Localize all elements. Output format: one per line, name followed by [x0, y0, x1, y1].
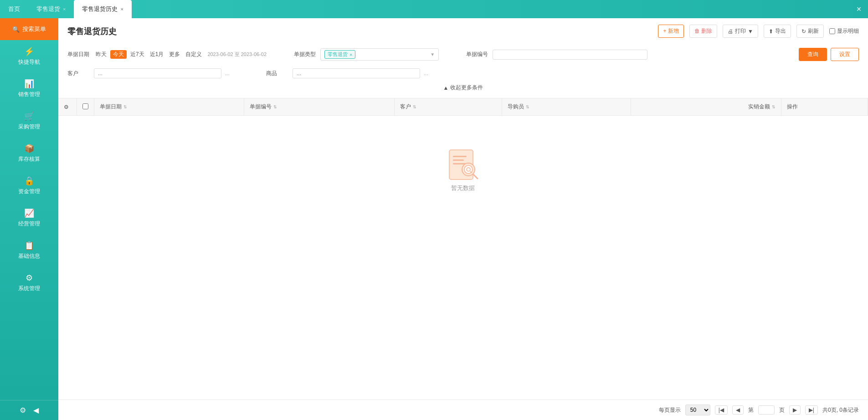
sort-guide-icon: ⇅	[526, 105, 529, 109]
table-area: ⚙ 单据日期 ⇅	[58, 98, 868, 400]
show-detail-checkbox[interactable]	[829, 28, 835, 34]
sidebar-item-label: 基础信息	[18, 252, 40, 260]
sidebar-search-button[interactable]: 🔍 搜索菜单	[0, 18, 58, 40]
th-guide[interactable]: 导购员 ⇅	[502, 98, 631, 116]
page-title: 零售退货历史	[67, 26, 117, 37]
customer-input[interactable]	[94, 68, 221, 78]
sidebar: 🔍 搜索菜单 ⚡ 快捷导航 📊 销售管理 🛒 采购管理 📦 库存核算 🔒 资金管…	[0, 18, 58, 420]
svg-rect-2	[453, 159, 464, 161]
column-settings-icon[interactable]: ⚙	[64, 104, 69, 110]
basic-info-icon: 📋	[24, 241, 34, 251]
date-btn-7days[interactable]: 近7天	[128, 50, 146, 59]
tab-retail-return-label: 零售退货	[36, 5, 60, 13]
page-first-button[interactable]: |◀	[715, 405, 728, 415]
page-number-input[interactable]: 1	[758, 405, 775, 415]
page-header: 零售退货历史 + 新增 🗑 删除 🖨 打印 ▼ ⬆ 导出 ↻	[58, 18, 868, 98]
collapse-filter-label: 收起更多条件	[450, 84, 483, 92]
export-label: 导出	[775, 27, 786, 35]
quick-nav-icon: ⚡	[24, 46, 34, 56]
doc-number-input[interactable]	[493, 50, 647, 60]
toolbar: + 新增 🗑 删除 🖨 打印 ▼ ⬆ 导出 ↻ 刷新	[658, 25, 859, 38]
goods-more-icon[interactable]: ...	[424, 70, 428, 77]
content-body: ⚙ 单据日期 ⇅	[58, 98, 868, 420]
print-button[interactable]: 🖨 打印 ▼	[723, 25, 758, 38]
date-btn-more[interactable]: 更多	[167, 50, 182, 59]
date-btn-custom[interactable]: 自定义	[184, 50, 204, 59]
svg-rect-3	[453, 163, 466, 164]
sidebar-item-system-mgmt[interactable]: ⚙ 系统管理	[0, 266, 58, 299]
page-next-button[interactable]: ▶	[789, 405, 801, 415]
filter-row-2: 客户 ... 商品 ...	[67, 65, 859, 82]
svg-line-6	[473, 174, 478, 179]
select-all-checkbox[interactable]	[82, 103, 88, 109]
sidebar-item-purchase-mgmt[interactable]: 🛒 采购管理	[0, 105, 58, 137]
date-btn-1month[interactable]: 近1月	[148, 50, 166, 59]
action-buttons: 查询 设置	[799, 48, 859, 61]
collapse-sidebar-btn[interactable]: ◀	[33, 406, 39, 415]
th-doc-date-label: 单据日期	[100, 103, 122, 111]
show-detail-label: 显示明细	[837, 27, 859, 35]
doc-type-filter: 单据类型 零售退货 × ▼	[294, 48, 439, 61]
doc-type-tag-close[interactable]: ×	[349, 52, 352, 57]
sidebar-item-finance[interactable]: 🔒 资金管理	[0, 169, 58, 202]
doc-number-filter: 单据编号	[466, 50, 647, 60]
print-label: 打印	[735, 27, 746, 35]
th-amount[interactable]: 实销金额 ⇅	[631, 98, 781, 116]
sidebar-item-operations[interactable]: 📈 经营管理	[0, 202, 58, 234]
sidebar-item-basic-info[interactable]: 📋 基础信息	[0, 234, 58, 266]
th-settings[interactable]: ⚙	[58, 98, 77, 116]
window-close-button[interactable]: ×	[850, 0, 868, 18]
settings-bottom-btn[interactable]: ⚙	[20, 406, 26, 415]
sort-doc-number-icon: ⇅	[273, 105, 277, 109]
th-doc-number[interactable]: 单据编号 ⇅	[244, 98, 395, 116]
sidebar-item-label: 经营管理	[18, 220, 40, 228]
page-label: 第	[748, 406, 754, 414]
refresh-button[interactable]: ↻ 刷新	[796, 25, 824, 38]
print-icon: 🖨	[728, 28, 733, 35]
operations-icon: 📈	[24, 208, 34, 218]
tab-home[interactable]: 首页	[0, 0, 28, 18]
show-detail-check[interactable]: 显示明细	[829, 27, 859, 35]
date-btn-yesterday[interactable]: 昨天	[94, 50, 108, 59]
customer-more-icon[interactable]: ...	[225, 70, 230, 77]
refresh-icon: ↻	[801, 28, 806, 35]
tab-retail-return[interactable]: 零售退货 ×	[28, 0, 74, 18]
tab-home-label: 首页	[8, 5, 20, 13]
sidebar-item-quick-nav[interactable]: ⚡ 快捷导航	[0, 40, 58, 72]
search-icon: 🔍	[12, 26, 20, 33]
per-page-select[interactable]: 50 10 20 100	[685, 405, 710, 415]
filter-settings-button[interactable]: 设置	[831, 48, 859, 61]
sidebar-item-inventory[interactable]: 📦 库存核算	[0, 137, 58, 169]
export-button[interactable]: ⬆ 导出	[764, 25, 791, 38]
sidebar-item-sales-mgmt[interactable]: 📊 销售管理	[0, 72, 58, 105]
collapse-filter-button[interactable]: ▲ 收起更多条件	[443, 84, 483, 92]
date-btn-today[interactable]: 今天	[110, 50, 127, 59]
total-label: 共0页, 0条记录	[822, 406, 859, 414]
tab-retail-return-history[interactable]: 零售退货历史 ×	[74, 0, 131, 18]
sidebar-bottom: ⚙ ◀	[0, 400, 58, 420]
th-amount-label: 实销金额	[748, 103, 770, 111]
th-checkbox[interactable]	[77, 98, 94, 116]
sales-icon: 📊	[24, 79, 34, 89]
th-doc-date[interactable]: 单据日期 ⇅	[94, 98, 244, 116]
delete-button[interactable]: 🗑 删除	[689, 25, 717, 38]
th-customer-label: 客户	[400, 103, 411, 111]
per-page-label: 每页显示	[659, 406, 681, 414]
th-doc-number-label: 单据编号	[250, 103, 272, 111]
goods-filter: 商品 ...	[266, 68, 428, 78]
main-layout: 🔍 搜索菜单 ⚡ 快捷导航 📊 销售管理 🛒 采购管理 📦 库存核算 🔒 资金管…	[0, 18, 868, 420]
new-button[interactable]: + 新增	[658, 25, 683, 38]
tab-retail-return-history-label: 零售退货历史	[82, 5, 118, 13]
sort-amount-icon: ⇅	[772, 105, 776, 109]
th-action: 操作	[781, 98, 868, 116]
empty-illustration	[440, 143, 486, 184]
page-last-button[interactable]: ▶|	[805, 405, 818, 415]
empty-state: 暂无数据	[58, 116, 868, 210]
th-customer[interactable]: 客户 ⇅	[394, 98, 502, 116]
page-prev-button[interactable]: ◀	[732, 405, 744, 415]
doc-type-select[interactable]: 零售退货 × ▼	[320, 48, 439, 61]
goods-input[interactable]	[293, 68, 420, 78]
tab-retail-return-history-close[interactable]: ×	[120, 6, 123, 12]
query-button[interactable]: 查询	[799, 48, 827, 61]
tab-retail-return-close[interactable]: ×	[63, 6, 66, 12]
